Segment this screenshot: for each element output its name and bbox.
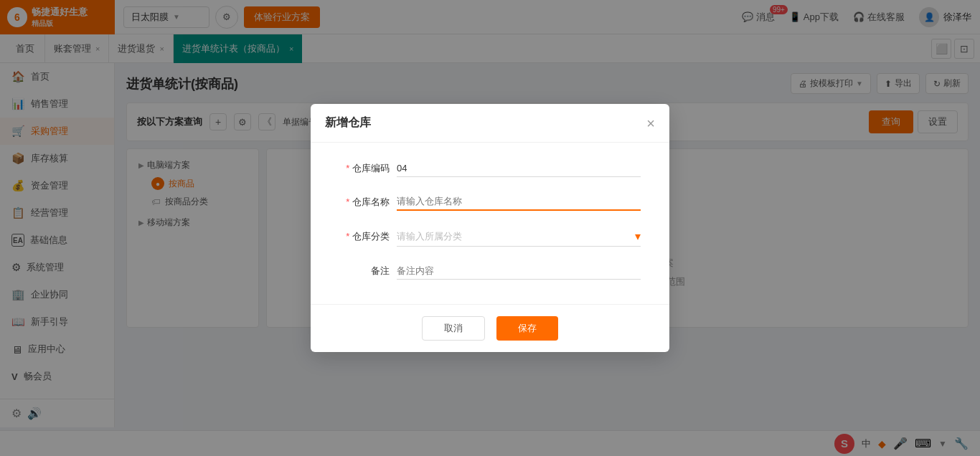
category-label: * 仓库分类 [339, 230, 390, 243]
note-input[interactable] [397, 262, 641, 280]
dialog-footer: 取消 保存 [311, 304, 669, 352]
category-placeholder: 请输入所属分类 [397, 230, 635, 243]
category-dropdown-icon: ▾ [635, 229, 641, 243]
dialog-box: 新增仓库 × * 仓库编码 * 仓库名称 [311, 104, 669, 352]
dialog-title: 新增仓库 [325, 115, 371, 130]
dialog-header: 新增仓库 × [311, 104, 669, 143]
code-label: * 仓库编码 [339, 162, 390, 175]
save-button[interactable]: 保存 [496, 316, 558, 341]
note-field-row: 备注 [339, 262, 641, 280]
dialog-close-icon[interactable]: × [646, 116, 655, 130]
name-label: * 仓库名称 [339, 196, 390, 209]
modal-overlay: 新增仓库 × * 仓库编码 * 仓库名称 [0, 0, 980, 456]
name-input[interactable] [397, 193, 641, 211]
note-label: 备注 [339, 265, 390, 277]
category-field-row: * 仓库分类 请输入所属分类 ▾ [339, 227, 641, 247]
cancel-button[interactable]: 取消 [422, 316, 485, 341]
name-field-row: * 仓库名称 [339, 193, 641, 211]
code-field-row: * 仓库编码 [339, 160, 641, 177]
code-input[interactable] [397, 160, 641, 177]
dialog-body: * 仓库编码 * 仓库名称 * 仓库分类 请输入 [311, 143, 669, 304]
category-select[interactable]: 请输入所属分类 ▾ [397, 227, 641, 247]
